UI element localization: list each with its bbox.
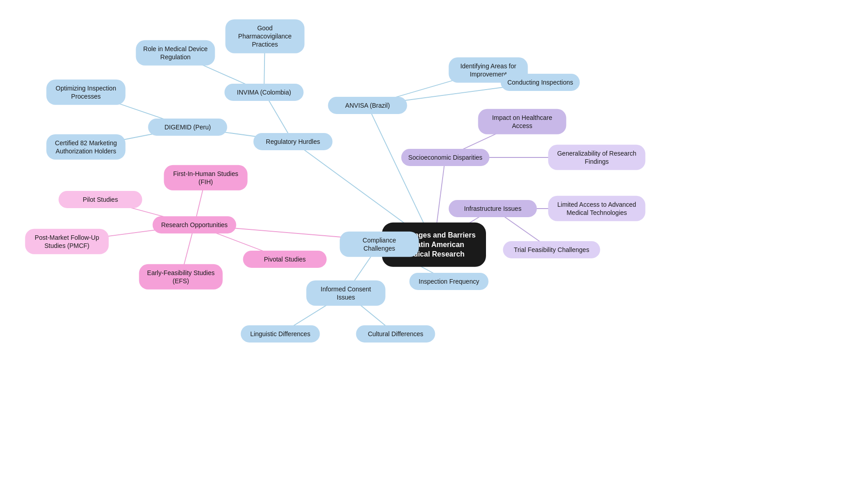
node-informed_consent[interactable]: Informed Consent Issues — [307, 281, 386, 306]
node-cultural[interactable]: Cultural Differences — [356, 325, 435, 343]
node-post_market[interactable]: Post-Market Follow-Up Studies (PMCF) — [25, 229, 109, 254]
node-impact_healthcare[interactable]: Impact on Healthcare Access — [478, 109, 566, 134]
node-inspection_frequency[interactable]: Inspection Frequency — [410, 273, 489, 290]
node-linguistic[interactable]: Linguistic Differences — [241, 325, 320, 343]
node-pivotal_studies[interactable]: Pivotal Studies — [243, 251, 327, 268]
node-first_in_human[interactable]: First-In-Human Studies (FIH) — [164, 165, 248, 190]
node-early_feasibility[interactable]: Early-Feasibility Studies (EFS) — [139, 264, 223, 290]
node-generalizability[interactable]: Generalizability of Research Findings — [548, 145, 646, 170]
node-role_medical[interactable]: Role in Medical Device Regulation — [136, 40, 215, 66]
node-optimizing[interactable]: Optimizing Inspection Processes — [47, 80, 126, 105]
node-trial_feasibility[interactable]: Trial Feasibility Challenges — [503, 241, 600, 258]
node-regulatory_hurdles[interactable]: Regulatory Hurdles — [254, 133, 333, 150]
node-conducting[interactable]: Conducting Inspections — [501, 74, 580, 91]
mindmap-container: Challenges and Barriers in Latin America… — [0, 0, 868, 490]
node-invima[interactable]: INVIMA (Colombia) — [225, 84, 304, 101]
node-pilot_studies[interactable]: Pilot Studies — [59, 191, 142, 208]
node-socioeconomic[interactable]: Socioeconomic Disparities — [401, 149, 490, 166]
node-digemid[interactable]: DIGEMID (Peru) — [148, 119, 227, 136]
node-good_pharma[interactable]: Good Pharmacovigilance Practices — [226, 19, 305, 53]
node-research_opportunities[interactable]: Research Opportunities — [153, 216, 236, 233]
node-compliance_challenges[interactable]: Compliance Challenges — [340, 232, 419, 257]
node-limited_access[interactable]: Limited Access to Advanced Medical Techn… — [548, 196, 646, 221]
node-infrastructure[interactable]: Infrastructure Issues — [449, 200, 537, 217]
node-certified[interactable]: Certified 82 Marketing Authorization Hol… — [47, 134, 126, 160]
node-anvisa[interactable]: ANVISA (Brazil) — [328, 97, 407, 114]
